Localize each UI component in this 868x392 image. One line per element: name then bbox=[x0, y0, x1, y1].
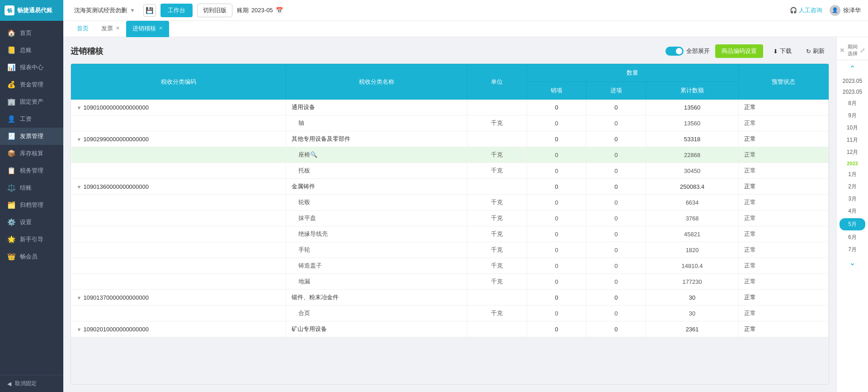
reconciliation-table: 税收分类编码 税收分类名称 单位 数量 预警状态 销项 进项 累计数额 bbox=[71, 64, 829, 337]
table-row[interactable]: ▼10902010000000000000 矿山专用设备 0 0 2361 正常 bbox=[71, 321, 829, 337]
cell-sales: 0 bbox=[527, 100, 586, 115]
cell-total: 30450 bbox=[646, 163, 739, 179]
period-item-3[interactable]: 3月 bbox=[837, 193, 868, 205]
tab-reconciliation[interactable]: 进销稽核 ✕ bbox=[126, 21, 169, 37]
topbar-right: 🎧 人工咨询 👤 徐泽华 bbox=[790, 5, 861, 16]
period-item-2[interactable]: 2月 bbox=[837, 181, 868, 193]
sidebar-item-home[interactable]: 🏠 首页 bbox=[0, 24, 63, 42]
cell-unit bbox=[467, 100, 527, 115]
table-row[interactable]: 地漏 千克 0 0 177230 正常 bbox=[71, 274, 829, 290]
cell-total: 250083.4 bbox=[646, 179, 739, 195]
close-reconciliation-tab-button[interactable]: ✕ bbox=[159, 25, 163, 31]
table-row[interactable]: 轴 千克 0 0 13560 正常 bbox=[71, 115, 829, 131]
cell-total: 6634 bbox=[646, 195, 739, 210]
th-sales: 销项 bbox=[527, 82, 586, 100]
workbench-button[interactable]: 工作台 bbox=[160, 4, 193, 17]
cell-sales: 0 bbox=[527, 195, 586, 210]
refresh-button[interactable]: ↻ 刷新 bbox=[802, 45, 829, 57]
period-item-4[interactable]: 4月 bbox=[837, 205, 868, 217]
sidebar-item-reports[interactable]: 📊 报表中心 bbox=[0, 59, 63, 76]
period-item-6[interactable]: 6月 bbox=[837, 231, 868, 244]
cell-total: 53318 bbox=[646, 131, 739, 147]
tab-home[interactable]: 首页 bbox=[71, 21, 95, 37]
period-item-202305-2[interactable]: 2023.05 bbox=[837, 86, 868, 97]
sidebar-item-member[interactable]: 👑 畅会员 bbox=[0, 248, 63, 265]
sidebar-item-label: 固定资产 bbox=[20, 98, 43, 106]
period-item-8[interactable]: 8月 bbox=[837, 97, 868, 110]
table-row[interactable]: ▼10901360000000000000 金属铸件 0 0 250083.4 … bbox=[71, 179, 829, 195]
right-panel: ✕ 期间选择 ⤢ ⌃ 2023.05 2023.05 8月 9月 10月 11月… bbox=[836, 37, 868, 392]
sidebar-item-settings[interactable]: ⚙️ 设置 bbox=[0, 214, 63, 231]
cell-unit: 千克 bbox=[467, 115, 527, 131]
expand-panel-button[interactable]: ⤢ bbox=[859, 46, 866, 55]
close-panel-button[interactable]: ✕ bbox=[839, 46, 846, 55]
table-row[interactable]: 手轮 千克 0 0 1820 正常 bbox=[71, 242, 829, 258]
cell-name: 地漏 bbox=[286, 274, 467, 290]
sidebar-item-label: 税务管理 bbox=[20, 167, 43, 175]
download-button[interactable]: ⬇ 下载 bbox=[769, 45, 796, 57]
zoom-icon[interactable]: 🔍 bbox=[310, 151, 317, 158]
period-item-9[interactable]: 9月 bbox=[837, 110, 868, 122]
sidebar-item-ledger[interactable]: 📒 总账 bbox=[0, 42, 63, 59]
table-row[interactable]: ▼10901000000000000000 通用设备 0 0 13560 正常 bbox=[71, 100, 829, 115]
period-item-1[interactable]: 1月 bbox=[837, 168, 868, 181]
cell-code bbox=[71, 163, 286, 179]
sidebar-item-archive[interactable]: 🗂️ 归档管理 bbox=[0, 196, 63, 214]
sidebar-item-salary[interactable]: 👤 工资 bbox=[0, 110, 63, 128]
table-row[interactable]: ▼10902990000000000000 其他专用设备及零部件 0 0 533… bbox=[71, 131, 829, 147]
tab-invoice[interactable]: 发票 ✕ bbox=[95, 21, 126, 37]
table-row[interactable]: ▼10901370000000000000 锻件、粉末冶金件 0 0 30 正常 bbox=[71, 290, 829, 306]
cell-name: 金属铸件 bbox=[286, 179, 467, 195]
period-item-11[interactable]: 11月 bbox=[837, 134, 868, 146]
cell-name: 合页 bbox=[286, 306, 467, 321]
cell-sales: 0 bbox=[527, 210, 586, 226]
sidebar-item-settle[interactable]: ⚖️ 结账 bbox=[0, 179, 63, 196]
cell-total: 30 bbox=[646, 290, 739, 306]
tab-reconciliation-label: 进销稽核 bbox=[132, 24, 156, 33]
table-row[interactable]: 铸造盖子 千克 0 0 14810.4 正常 bbox=[71, 258, 829, 274]
sidebar-item-guide[interactable]: 🌟 新手引导 bbox=[0, 231, 63, 248]
period-item-7[interactable]: 7月 bbox=[837, 244, 868, 256]
cell-total: 3768 bbox=[646, 210, 739, 226]
sidebar-item-label: 新手引导 bbox=[20, 235, 43, 244]
calendar-icon[interactable]: 📅 bbox=[276, 7, 283, 14]
cell-purchase: 0 bbox=[586, 131, 646, 147]
scroll-down-button[interactable]: ⌄ bbox=[837, 256, 868, 269]
period-item-12[interactable]: 12月 bbox=[837, 146, 868, 158]
sidebar-item-tax[interactable]: 📋 税务管理 bbox=[0, 162, 63, 179]
table-row[interactable]: 绝缘导线壳 千克 0 0 45821 正常 bbox=[71, 226, 829, 242]
switch-old-button[interactable]: 切到旧版 bbox=[197, 4, 232, 17]
sidebar-item-label: 资金管理 bbox=[20, 81, 43, 89]
support-link[interactable]: 🎧 人工咨询 bbox=[790, 6, 822, 14]
period-item-202305-1[interactable]: 2023.05 bbox=[837, 76, 868, 86]
sidebar-item-assets[interactable]: 🏢 固定资产 bbox=[0, 93, 63, 110]
table-row[interactable]: 轮毂 千克 0 0 6634 正常 bbox=[71, 195, 829, 210]
company-selector[interactable]: 沈海英测试经营勿删 ▼ bbox=[71, 5, 139, 16]
period-panel-title: 期间选择 bbox=[846, 43, 859, 57]
period-item-5-active[interactable]: 5月 bbox=[840, 218, 865, 230]
scroll-up-button[interactable]: ⌃ bbox=[837, 62, 868, 76]
salary-icon: 👤 bbox=[7, 115, 15, 123]
cell-code bbox=[71, 274, 286, 290]
close-invoice-tab-button[interactable]: ✕ bbox=[116, 25, 120, 31]
period-item-10[interactable]: 10月 bbox=[837, 122, 868, 134]
table-row[interactable]: 抹平盘 千克 0 0 3768 正常 bbox=[71, 210, 829, 226]
cell-status: 正常 bbox=[738, 290, 828, 306]
sidebar-item-label: 首页 bbox=[20, 29, 32, 37]
th-tax-name: 税收分类名称 bbox=[286, 64, 467, 100]
table-row[interactable]: 合页 千克 0 0 30 正常 bbox=[71, 306, 829, 321]
invoice-icon: 🧾 bbox=[7, 132, 15, 140]
sidebar-footer-unpin[interactable]: ◀ 取消固定 bbox=[0, 375, 63, 392]
unpin-label: 取消固定 bbox=[15, 380, 37, 387]
product-code-setting-button[interactable]: 商品编码设置 bbox=[715, 44, 763, 58]
save-draft-button[interactable]: 💾 bbox=[143, 4, 156, 17]
cell-status: 正常 bbox=[738, 115, 828, 131]
sidebar: 畅 畅捷通易代账 🏠 首页 📒 总账 📊 报表中心 💰 资金管理 🏢 固定资产 … bbox=[0, 0, 63, 392]
sidebar-item-inventory[interactable]: 📦 库存核算 bbox=[0, 145, 63, 162]
table-row[interactable]: 座椅🔍 千克 0 0 22868 正常 bbox=[71, 147, 829, 163]
toggle-expand-switch[interactable] bbox=[665, 47, 684, 56]
sidebar-item-funds[interactable]: 💰 资金管理 bbox=[0, 76, 63, 93]
user-info[interactable]: 👤 徐泽华 bbox=[830, 5, 861, 16]
sidebar-item-invoice[interactable]: 🧾 发票管理 bbox=[0, 128, 63, 145]
table-row[interactable]: 托板 千克 0 0 30450 正常 bbox=[71, 163, 829, 179]
